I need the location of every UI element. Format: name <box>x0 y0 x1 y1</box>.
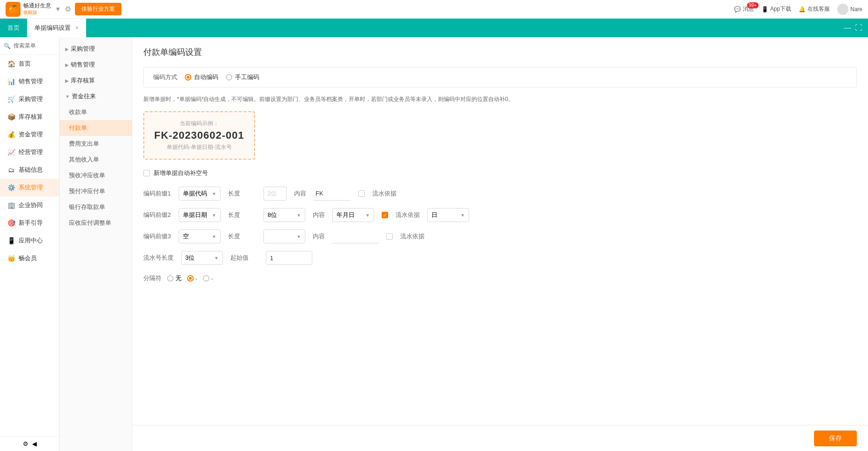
sep-dot-option[interactable]: · <box>187 275 197 282</box>
start-value: 1 <box>270 255 273 262</box>
sub-item-receivable-adjust[interactable]: 应收应付调整单 <box>60 215 132 231</box>
prefix3-arrow: ▼ <box>212 234 216 239</box>
search-icon: 🔍 <box>4 43 11 49</box>
preview-box: 当前编码示例： FK-20230602-001 单据代码-单据日期-流水号 <box>143 111 255 160</box>
newguide-icon: 🎯 <box>7 219 15 227</box>
save-button[interactable]: 保存 <box>814 431 857 446</box>
sidebar-item-system[interactable]: ⚙️ 系统管理 <box>0 179 59 196</box>
nav-expand-icon[interactable]: ⛶ <box>855 24 862 32</box>
search-button[interactable]: 🔍 搜索菜单 <box>4 42 55 50</box>
sub-category-sales[interactable]: ▶ 销售管理 <box>60 57 132 73</box>
trial-button[interactable]: 体验行业方案 <box>75 3 121 15</box>
auto-encode-radio[interactable] <box>185 74 191 81</box>
sep-dash-option[interactable]: · <box>203 275 213 282</box>
content1-label: 内容 <box>294 189 306 198</box>
content-area: 付款单编码设置 编码方式 自动编码 手工编码 <box>132 37 868 425</box>
sidebar-search[interactable]: 🔍 搜索菜单 <box>0 37 59 55</box>
appcenter-icon: 📱 <box>7 237 15 244</box>
sub-item-expense[interactable]: 费用支出单 <box>60 136 132 152</box>
sub-category-purchase[interactable]: ▶ 采购管理 <box>60 41 132 57</box>
separator-radio-group: 无 · · <box>167 274 213 283</box>
brand-icon: 🍊 <box>6 2 20 17</box>
prefix2-arrow: ▼ <box>212 213 216 218</box>
sep-none-radio[interactable] <box>167 275 174 282</box>
sub-item-bank[interactable]: 银行存取款单 <box>60 199 132 215</box>
sidebar-item-purchase[interactable]: 🛒 采购管理 <box>0 90 59 108</box>
home-icon: 🏠 <box>7 60 15 67</box>
bank-label: 银行存取款单 <box>69 203 105 211</box>
sidebar-item-finance[interactable]: 💰 资金管理 <box>0 126 59 143</box>
prefix2-select[interactable]: 单据日期 ▼ <box>179 208 221 222</box>
sidebar-item-appcenter[interactable]: 📱 应用中心 <box>0 232 59 249</box>
serial-select[interactable]: 3位 ▼ <box>181 251 223 265</box>
sidebar-item-member[interactable]: 👑 畅会员 <box>0 249 59 267</box>
sidebar-item-operations[interactable]: 📈 经营管理 <box>0 143 59 161</box>
length3-arrow: ▼ <box>296 234 301 239</box>
sep-dash-radio[interactable] <box>203 275 209 282</box>
content1-value: FK <box>314 187 351 201</box>
encoding-radio-group: 自动编码 手工编码 <box>185 73 259 81</box>
manual-encode-label: 手工编码 <box>235 73 259 81</box>
system-icon: ⚙️ <box>7 184 15 191</box>
sidebar-item-inventory[interactable]: 📦 库存核算 <box>0 108 59 126</box>
length2-select[interactable]: 8位 ▼ <box>263 208 305 222</box>
length2-arrow: ▼ <box>296 213 301 218</box>
sep-none-option[interactable]: 无 <box>167 274 182 283</box>
purchase-icon: 🛒 <box>7 95 15 103</box>
stream2-label: 流水依据 <box>396 211 420 219</box>
tab-encoding[interactable]: 单据编码设置 × <box>27 19 86 37</box>
prefix1-arrow: ▼ <box>212 191 216 196</box>
sidebar-gear-icon[interactable]: ⚙ <box>23 440 28 447</box>
sub-item-prepaid-receivable[interactable]: 预收冲应收单 <box>60 168 132 183</box>
prefix3-select[interactable]: 空 ▼ <box>179 229 221 243</box>
sub-item-other-income[interactable]: 其他收入单 <box>60 152 132 168</box>
sub-item-prepaid-payable[interactable]: 预付冲应付单 <box>60 183 132 199</box>
nav-minimize-icon[interactable]: — <box>844 24 851 32</box>
length3-select[interactable]: ▼ <box>263 229 305 243</box>
auto-encode-option[interactable]: 自动编码 <box>185 73 218 81</box>
stream3-label: 流水依据 <box>400 232 424 241</box>
app-download-button[interactable]: 📱 App下载 <box>761 5 791 13</box>
stream2-unit-select[interactable]: 日 ▼ <box>427 208 469 222</box>
content3-value <box>332 229 379 243</box>
sub-item-receipt[interactable]: 收款单 <box>60 104 132 120</box>
user-profile[interactable]: Nare <box>837 4 862 15</box>
stream2-checkbox[interactable]: ✓ <box>382 212 388 218</box>
sidebar-item-basic[interactable]: 🗂 基础信息 <box>0 161 59 179</box>
sidebar-collapse-icon[interactable]: ◀ <box>32 440 37 447</box>
online-service-button[interactable]: 🔔 在线客服 <box>799 5 830 13</box>
auto-fill-checkbox[interactable] <box>143 170 150 176</box>
brand-sub: 旗舰版 <box>23 9 51 16</box>
stream1-checkbox[interactable] <box>358 190 365 197</box>
sep-dot-radio[interactable] <box>187 275 194 282</box>
serial-arrow: ▼ <box>214 256 219 261</box>
sep-dot-label: · <box>195 275 197 282</box>
inventory-icon: 📦 <box>7 113 15 121</box>
sub-item-payment[interactable]: 付款单 <box>60 120 132 136</box>
sub-category-inventory[interactable]: ▶ 库存核算 <box>60 73 132 88</box>
message-button[interactable]: 💬 消息 99+ <box>734 5 754 13</box>
bottom-bar: 保存 <box>132 425 868 451</box>
operations-icon: 📈 <box>7 148 15 156</box>
info-text: 新增单据时，*单据编码*自动生成，不可编辑。前缀设置为部门、业务员等档案类，开单… <box>143 95 857 104</box>
start-input[interactable]: 1 <box>266 251 312 265</box>
tab-home[interactable]: 首页 <box>0 19 27 37</box>
content2-select[interactable]: 年月日 ▼ <box>332 208 374 222</box>
sidebar-item-sales[interactable]: 📊 销售管理 <box>0 73 59 90</box>
sub-category-capital[interactable]: ▼ 资金往来 <box>60 88 132 104</box>
auto-encode-dot <box>187 76 189 79</box>
home-tab-label: 首页 <box>7 24 20 32</box>
manual-encode-radio[interactable] <box>226 74 232 81</box>
settings-icon[interactable]: ⚙ <box>65 5 71 13</box>
prefix2-value: 单据日期 <box>183 211 207 219</box>
manual-encode-option[interactable]: 手工编码 <box>226 73 259 81</box>
sidebar-item-enterprise[interactable]: 🏢 企业协同 <box>0 196 59 214</box>
sidebar-item-newguide[interactable]: 🎯 新手引导 <box>0 214 59 232</box>
sidebar-item-home[interactable]: 🏠 首页 <box>0 55 59 73</box>
nav-arrow-icon[interactable]: ▼ <box>55 6 61 13</box>
search-label: 搜索菜单 <box>13 42 36 50</box>
tab-close-icon[interactable]: × <box>75 25 79 31</box>
prefix1-select[interactable]: 单据代码 ▼ <box>179 187 221 201</box>
brand: 🍊 畅通好生意 旗舰版 <box>6 2 51 17</box>
stream3-checkbox[interactable] <box>386 233 393 240</box>
